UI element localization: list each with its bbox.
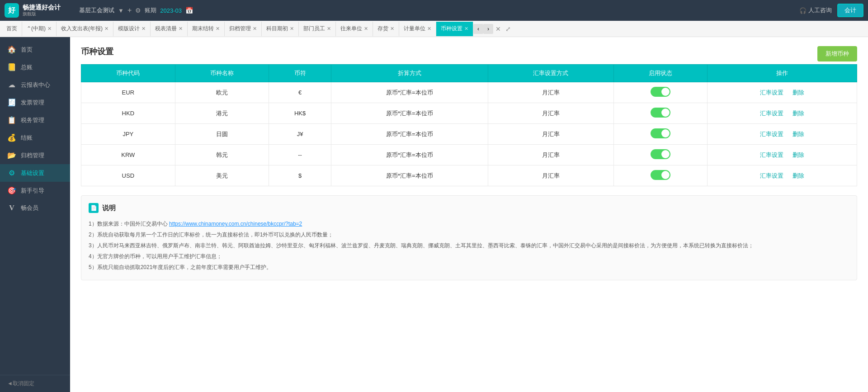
cell-toggle[interactable] [613, 165, 708, 186]
col-symbol: 币符 [269, 65, 331, 82]
delete-button[interactable]: 删除 [793, 172, 804, 179]
cell-actions: 汇率设置 删除 [708, 124, 857, 145]
cell-actions: 汇率设置 删除 [708, 145, 857, 165]
tab-close-archive[interactable]: ✕ [253, 26, 257, 32]
toggle-switch[interactable] [651, 87, 670, 97]
tab-balance[interactable]: ⌃(中期) ✕ [22, 22, 57, 36]
tab-close-currency[interactable]: ✕ [464, 26, 468, 32]
headset-icon: 🎧 [799, 7, 807, 14]
period-label: 账期 [145, 6, 156, 14]
rate-setting-link[interactable]: 汇率设置 [760, 151, 783, 158]
tab-close-partner[interactable]: ✕ [364, 26, 368, 32]
invoice-icon: 🧾 [7, 98, 16, 107]
tab-subject[interactable]: 科目期初 ✕ [262, 22, 299, 36]
page-title: 币种设置 [81, 46, 857, 57]
cell-toggle[interactable] [613, 82, 708, 103]
sidebar-item-invoice[interactable]: 🧾 发票管理 [0, 94, 70, 111]
logo-icon: 好 [5, 3, 19, 18]
rate-setting-link[interactable]: 汇率设置 [760, 172, 783, 179]
sidebar-item-reports[interactable]: ☁ 云报表中心 [0, 76, 70, 94]
rate-setting-link[interactable]: 汇率设置 [760, 131, 783, 137]
notes-title: 📄 说明 [89, 203, 849, 213]
tab-dept[interactable]: 部门员工 ✕ [299, 22, 336, 36]
sidebar-item-tax[interactable]: 📋 税务管理 [0, 111, 70, 129]
table-row: EUR 欧元 € 原币*汇率=本位币 月汇率 汇率设置 删除 [81, 82, 857, 103]
cell-code: EUR [81, 82, 175, 103]
cell-name: 韩元 [175, 145, 269, 165]
rate-setting-link[interactable]: 汇率设置 [760, 89, 783, 96]
toggle-switch[interactable] [651, 108, 670, 118]
top-bar: 好 畅捷通好会计 旗舰版 基层工会测试 ▼ + ⚙ 账期 2023-03 📅 🎧… [0, 0, 868, 21]
delete-button[interactable]: 删除 [793, 151, 804, 158]
tab-income[interactable]: 收入支出表(年报) ✕ [57, 22, 113, 36]
cell-toggle[interactable] [613, 103, 708, 124]
cell-code: JPY [81, 124, 175, 145]
cell-rate-type: 月汇率 [488, 82, 613, 103]
sidebar-item-settings[interactable]: ⚙ 基础设置 [0, 164, 70, 182]
notes-link[interactable]: https://www.chinamoney.com.cn/chinese/bk… [169, 221, 302, 227]
tab-inventory[interactable]: 存货 ✕ [373, 22, 399, 36]
cell-name: 美元 [175, 165, 269, 186]
notes-item: 4）无官方牌价的币种，可以用用户手工维护汇率信息； [89, 251, 849, 262]
account-button[interactable]: 会计 [837, 4, 863, 17]
table-row: HKD 港元 HK$ 原币*汇率=本位币 月汇率 汇率设置 删除 [81, 103, 857, 124]
tab-template[interactable]: 模版设计 ✕ [113, 22, 151, 36]
settings-icon[interactable]: ⚙ [135, 7, 141, 14]
tab-tax[interactable]: 税表清册 ✕ [151, 22, 188, 36]
delete-button[interactable]: 删除 [793, 89, 804, 96]
sidebar-item-guide[interactable]: 🎯 新手引导 [0, 182, 70, 199]
ledger-icon: 📒 [7, 63, 16, 71]
sidebar-item-member[interactable]: V 畅会员 [0, 199, 70, 217]
add-icon[interactable]: + [127, 6, 132, 14]
period-value[interactable]: 2023-03 [160, 7, 182, 14]
company-name[interactable]: 基层工会测试 [79, 6, 114, 14]
tab-archive[interactable]: 归档管理 ✕ [225, 22, 262, 36]
sidebar: 🏠 首页 📒 总账 ☁ 云报表中心 🧾 发票管理 📋 税务管理 💰 结账 [0, 37, 70, 392]
tab-currency[interactable]: 币种设置 ✕ [436, 22, 473, 36]
tab-prev-button[interactable]: ‹ [473, 24, 483, 34]
tab-close-all-button[interactable]: ✕ [493, 24, 503, 34]
tab-home[interactable]: 首页 [2, 22, 22, 36]
calendar-icon[interactable]: 📅 [185, 7, 193, 14]
app-wrapper: 好 畅捷通好会计 旗舰版 基层工会测试 ▼ + ⚙ 账期 2023-03 📅 🎧… [0, 0, 868, 392]
tab-partner[interactable]: 往来单位 ✕ [336, 22, 373, 36]
sidebar-item-archive[interactable]: 📂 归档管理 [0, 146, 70, 164]
tab-close-dept[interactable]: ✕ [327, 26, 331, 32]
new-currency-button[interactable]: 新增币种 [817, 46, 857, 61]
sidebar-item-checkout[interactable]: 💰 结账 [0, 129, 70, 146]
tab-period-end[interactable]: 期末结转 ✕ [188, 22, 225, 36]
cell-symbol: J¥ [269, 124, 331, 145]
cell-code: HKD [81, 103, 175, 124]
cell-name: 日圆 [175, 124, 269, 145]
toggle-switch[interactable] [651, 149, 670, 159]
tab-close-balance[interactable]: ✕ [47, 26, 52, 32]
toggle-switch[interactable] [651, 170, 670, 180]
sidebar-item-home[interactable]: 🏠 首页 [0, 41, 70, 58]
cell-rate-type: 月汇率 [488, 165, 613, 186]
cell-toggle[interactable] [613, 145, 708, 165]
sidebar-collapse-button[interactable]: ◄取消固定 [0, 375, 70, 392]
dropdown-icon[interactable]: ▼ [118, 7, 124, 14]
cell-toggle[interactable] [613, 124, 708, 145]
help-button[interactable]: 🎧 人工咨询 [799, 6, 832, 14]
tab-close-template[interactable]: ✕ [142, 26, 146, 32]
notes-list: 1）数据来源：中国外汇交易中心 https://www.chinamoney.c… [89, 218, 849, 273]
tab-next-button[interactable]: › [483, 24, 493, 34]
tab-close-period-end[interactable]: ✕ [216, 26, 220, 32]
sidebar-item-ledger[interactable]: 📒 总账 [0, 58, 70, 76]
tab-close-unit[interactable]: ✕ [427, 26, 431, 32]
tab-close-tax[interactable]: ✕ [179, 26, 183, 32]
delete-button[interactable]: 删除 [793, 110, 804, 117]
notes-icon: 📄 [89, 203, 99, 213]
tab-close-subject[interactable]: ✕ [290, 26, 294, 32]
cell-code: KRW [81, 145, 175, 165]
tab-close-income[interactable]: ✕ [104, 26, 108, 32]
member-icon: V [7, 204, 16, 212]
tab-unit[interactable]: 计量单位 ✕ [399, 22, 436, 36]
cell-actions: 汇率设置 删除 [708, 82, 857, 103]
rate-setting-link[interactable]: 汇率设置 [760, 110, 783, 117]
delete-button[interactable]: 删除 [793, 131, 804, 137]
tab-close-inventory[interactable]: ✕ [390, 26, 394, 32]
tab-expand-button[interactable]: ⤢ [503, 24, 513, 34]
toggle-switch[interactable] [651, 128, 670, 138]
